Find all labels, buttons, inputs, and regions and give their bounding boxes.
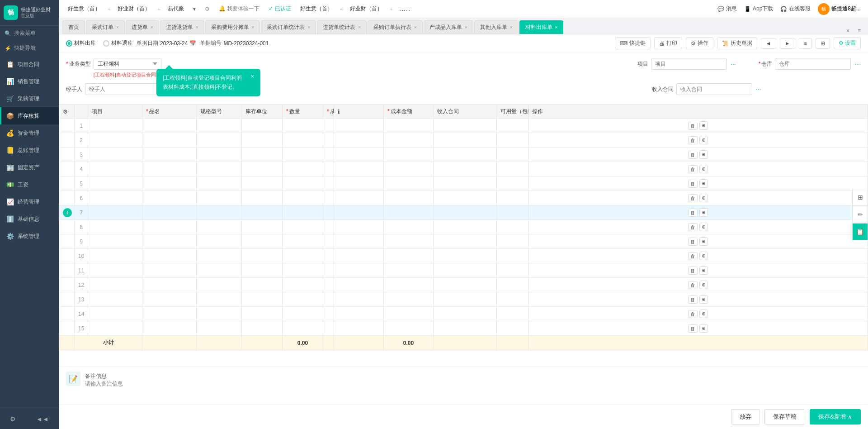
row-delete-btn[interactable]: 🗑 [688, 209, 698, 217]
notes-input[interactable] [85, 380, 157, 398]
topbar-haoyecai2[interactable]: 好业财（首） [348, 4, 384, 14]
row-delete-btn[interactable]: 🗑 [688, 194, 698, 202]
row-delete-btn[interactable]: 🗑 [688, 324, 698, 333]
calendar-icon[interactable]: 📅 [189, 40, 196, 47]
float-icon-3[interactable]: 📋 [852, 223, 868, 240]
tab-material-out[interactable]: 材料出库单 × [519, 20, 564, 34]
handler-input[interactable] [85, 83, 161, 95]
project-input[interactable] [651, 58, 727, 70]
row-project-input[interactable] [92, 210, 138, 216]
row-delete-btn[interactable]: 🗑 [688, 136, 698, 144]
sidebar-item-basic-info[interactable]: ℹ️ 基础信息 [0, 210, 59, 228]
sidebar-collapse-btn[interactable]: ◄◄ [33, 413, 52, 425]
row-copy-btn[interactable]: ⊕ [699, 165, 708, 173]
row-copy-btn[interactable]: ⊕ [699, 136, 708, 144]
topbar-haoshengyi2[interactable]: 好生意（首） [298, 4, 335, 14]
save-new-button[interactable]: 保存&新增 ∧ [810, 409, 861, 424]
close-purchase-stats-icon[interactable]: × [307, 25, 310, 30]
float-icon-2[interactable]: ✏ [852, 206, 868, 223]
tab-purchase-stats[interactable]: 采购订单统计表 × [261, 20, 316, 34]
row-copy-btn[interactable]: ⊕ [699, 194, 708, 202]
topbar-message[interactable]: 💬 消息 [717, 5, 737, 13]
row-copy-btn[interactable]: ⊕ [699, 295, 708, 304]
print-btn[interactable]: 🖨 打印 [654, 37, 682, 49]
tab-return[interactable]: 进货退货单 × [160, 20, 204, 34]
radio-material-out[interactable]: 材料出库 [66, 39, 96, 47]
row-copy-btn[interactable]: ⊕ [699, 121, 708, 130]
tab-purchase-order[interactable]: 采购订单 × [86, 20, 125, 34]
col-gear[interactable]: ⚙ [59, 105, 75, 119]
tab-other-in[interactable]: 其他入库单 × [474, 20, 519, 34]
tab-order-exec[interactable]: 采购订单执行表 × [368, 20, 423, 34]
topbar-haoshengyi[interactable]: 好生意（首） [66, 4, 102, 14]
row-delete-btn[interactable]: 🗑 [688, 296, 698, 304]
close-return-icon[interactable]: × [196, 25, 198, 30]
row-delete-btn[interactable]: 🗑 [688, 267, 698, 275]
row-delete-btn[interactable]: 🗑 [688, 252, 698, 260]
radio-material-return[interactable]: 材料退库 [103, 39, 133, 47]
tab-menu-btn[interactable]: ≡ [854, 28, 864, 34]
project-dots-btn[interactable]: ··· [730, 60, 737, 67]
sidebar-item-system[interactable]: ⚙️ 系统管理 [0, 228, 59, 245]
sidebar-item-ledger[interactable]: 📒 总账管理 [0, 142, 59, 159]
sidebar-item-finance[interactable]: 💰 资金管理 [0, 124, 59, 142]
topbar-online-service[interactable]: 🎧 在线客服 [780, 5, 811, 13]
tab-incoming[interactable]: 进货单 × [126, 20, 159, 34]
sidebar-item-project-contract[interactable]: 📋 项目合同 [0, 56, 59, 73]
close-order-exec-icon[interactable]: × [414, 25, 417, 30]
row-delete-btn[interactable]: 🗑 [688, 151, 698, 159]
discard-button[interactable]: 放弃 [731, 409, 760, 424]
topbar-trial[interactable]: 🔔 我要体验一下 [217, 4, 261, 14]
sidebar-item-operations[interactable]: 📈 经营管理 [0, 193, 59, 210]
sidebar-item-purchase[interactable]: 🛒 采购管理 [0, 90, 59, 107]
nav-next-btn[interactable]: ► [780, 38, 795, 49]
row-copy-btn[interactable]: ⊕ [699, 237, 708, 246]
row-copy-btn[interactable]: ⊕ [699, 266, 708, 275]
row-copy-btn[interactable]: ⊕ [699, 179, 708, 188]
topbar-settings-icon[interactable]: ⚙ [203, 5, 212, 13]
tab-incoming-stats[interactable]: 进货单统计表 × [317, 20, 367, 34]
row-delete-btn[interactable]: 🗑 [688, 180, 698, 188]
row-copy-btn[interactable]: ⊕ [699, 281, 708, 289]
income-contract-dots-btn[interactable]: ··· [755, 86, 762, 93]
row-delete-btn[interactable]: 🗑 [688, 122, 698, 130]
row-delete-btn[interactable]: 🗑 [688, 223, 698, 231]
sidebar-settings-btn[interactable]: ⚙ [7, 413, 19, 425]
sidebar-item-sales[interactable]: 📊 销售管理 [0, 73, 59, 90]
business-type-select[interactable]: 工程领料 直接领料 [94, 58, 161, 70]
close-incoming-stats-icon[interactable]: × [358, 25, 361, 30]
row-copy-btn[interactable]: ⊕ [699, 324, 708, 333]
warehouse-input[interactable] [775, 58, 851, 70]
topbar-app-download[interactable]: 📱 App下载 [744, 5, 773, 13]
row-copy-btn[interactable]: ⊕ [699, 252, 708, 260]
topbar-yidaizhang[interactable]: 易代账 [166, 4, 186, 14]
close-finished-goods-icon[interactable]: × [465, 25, 467, 30]
float-icon-1[interactable]: ⊞ [852, 189, 868, 206]
sidebar-item-quick-nav[interactable]: ⚡ 快捷导航 [0, 41, 59, 56]
tab-finished-goods[interactable]: 产成品入库单 × [424, 20, 473, 34]
tab-purchase-fee[interactable]: 采购费用分摊单 × [205, 20, 260, 34]
row-delete-btn[interactable]: 🗑 [688, 281, 698, 289]
close-material-out-icon[interactable]: × [555, 25, 558, 30]
view-grid-btn[interactable]: ⊞ [816, 38, 830, 49]
row-delete-btn[interactable]: 🗑 [688, 310, 698, 318]
settings-display-btn[interactable]: ⚙ 设置 [834, 37, 861, 49]
sidebar-item-assets[interactable]: 🏢 固定资产 [0, 159, 59, 176]
income-contract-input[interactable] [676, 83, 752, 95]
tab-close-all-btn[interactable]: × [843, 28, 853, 34]
sidebar-item-inventory[interactable]: 📦 库存核算 [0, 107, 59, 124]
tab-home[interactable]: 首页 [62, 20, 85, 34]
quick-key-btn[interactable]: ⌨ 快捷键 [615, 37, 651, 49]
row-delete-btn[interactable]: 🗑 [688, 238, 698, 246]
row-copy-btn[interactable]: ⊕ [699, 150, 708, 159]
close-purchase-order-icon[interactable]: × [116, 25, 119, 30]
close-other-in-icon[interactable]: × [510, 25, 513, 30]
nav-prev-btn[interactable]: ◄ [761, 38, 776, 49]
row-copy-btn[interactable]: ⊕ [699, 223, 708, 231]
add-row-btn[interactable]: + [63, 208, 72, 217]
topbar-haoyecai[interactable]: 好业财（首） [116, 4, 152, 14]
row-copy-btn[interactable]: ⊕ [699, 310, 708, 318]
save-draft-button[interactable]: 保存草稿 [764, 409, 805, 424]
close-incoming-icon[interactable]: × [151, 25, 153, 30]
row-copy-btn[interactable]: ⊕ [699, 208, 708, 217]
